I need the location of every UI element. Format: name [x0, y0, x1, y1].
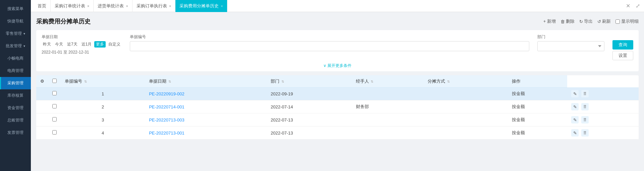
- doc-no-link[interactable]: PE-20220714-001: [149, 104, 184, 109]
- expand-more-row: ∨ 展开更多条件: [42, 62, 633, 69]
- row-doc-date: 2022-07-13: [267, 113, 352, 126]
- tab-purchase-cost-history[interactable]: 采购费用分摊单历史×: [175, 0, 227, 12]
- sidebar-item-micro[interactable]: 小畅电商: [0, 52, 31, 65]
- row-number: 2: [61, 100, 145, 113]
- show-cols-toggle[interactable]: 显示明细: [615, 18, 639, 24]
- sidebar-item-label: 批发管理: [6, 44, 22, 48]
- more-icon[interactable]: ⠿: [581, 90, 589, 97]
- more-icon[interactable]: ⠿: [581, 129, 589, 137]
- refresh-button[interactable]: ↺ 刷新: [597, 18, 611, 24]
- date-yesterday[interactable]: 昨天: [42, 41, 52, 48]
- tab-close-button[interactable]: ×: [87, 4, 89, 8]
- more-icon[interactable]: ⠿: [581, 116, 589, 123]
- tab-maximize-icon[interactable]: ⤢: [634, 2, 641, 10]
- row-checkbox[interactable]: [52, 91, 57, 95]
- content-area: 采购费用分摊单历史 + 新增 🗑 删除 ↻ 导出 ↺ 刷新 显示明细: [31, 12, 644, 171]
- row-gear-cell: [36, 113, 48, 126]
- doc-no-link[interactable]: PE-20220713-001: [149, 131, 184, 136]
- handler-column-header[interactable]: 经手人 ⇅: [352, 75, 424, 88]
- active-indicator: [0, 77, 1, 89]
- doc-no-link[interactable]: PE-20220919-002: [149, 91, 184, 96]
- dept-select[interactable]: 财务部: [537, 41, 604, 51]
- doc-date-sort-icon: ⇅: [168, 80, 171, 83]
- tab-label: 采购费用分摊单历史: [179, 3, 219, 9]
- date-custom[interactable]: 自定义: [107, 41, 122, 48]
- row-handler: [424, 100, 508, 113]
- tab-close-icon[interactable]: ✕: [625, 2, 632, 10]
- doc-no-link[interactable]: PE-20220713-003: [149, 117, 184, 122]
- tab-purchase-order-stats[interactable]: 采购订单统计表×: [51, 0, 94, 12]
- add-button[interactable]: + 新增: [543, 18, 556, 24]
- sidebar-item-ledger[interactable]: 总账管理: [0, 114, 31, 126]
- dept-filter-group: 部门 财务部: [537, 34, 604, 51]
- row-dept: 财务部: [352, 100, 424, 113]
- date-more[interactable]: 更多: [94, 41, 106, 48]
- split-method-column-header[interactable]: 分摊方式 ⇅: [424, 75, 508, 88]
- sidebar-item-invoice[interactable]: 发票管理: [0, 126, 31, 139]
- row-split-method: 按金额: [508, 87, 567, 100]
- toolbar: + 新增 🗑 删除 ↻ 导出 ↺ 刷新 显示明细: [543, 18, 639, 24]
- doc-date-column-header[interactable]: 单据日期 ⇅: [145, 75, 267, 88]
- tab-home[interactable]: 首页: [34, 0, 51, 12]
- edit-icon[interactable]: ✎: [571, 116, 579, 123]
- row-checkbox[interactable]: [52, 117, 57, 121]
- row-doc-no: PE-20220713-001: [145, 126, 267, 140]
- check-all-checkbox[interactable]: [52, 79, 57, 83]
- expand-more-button[interactable]: ∨ 展开更多条件: [323, 63, 352, 69]
- tab-close-button[interactable]: ×: [221, 4, 223, 8]
- settings-button[interactable]: 设置: [612, 51, 633, 60]
- sidebar-item-label: 搜索菜单: [7, 6, 23, 11]
- show-cols-checkbox[interactable]: [615, 19, 620, 24]
- chevron-right-icon: ▾: [22, 44, 25, 48]
- row-checkbox[interactable]: [52, 130, 57, 135]
- sidebar-item-retail[interactable]: 零售管理 ▾: [0, 27, 31, 40]
- date-today[interactable]: 今天: [54, 41, 64, 48]
- sidebar-item-label: 库存核算: [7, 93, 23, 98]
- page-title: 采购费用分摊单历史: [36, 17, 91, 25]
- search-button[interactable]: 查询: [612, 40, 633, 50]
- sidebar-item-purchase[interactable]: 采购管理: [0, 77, 31, 89]
- sidebar-item-label: 小畅电商: [7, 56, 23, 61]
- delete-button[interactable]: 🗑 删除: [560, 18, 575, 24]
- sidebar-item-label: 资金管理: [7, 105, 23, 110]
- check-all-column: [48, 75, 61, 88]
- sidebar-item-label: 零售管理: [6, 31, 22, 36]
- row-checkbox[interactable]: [52, 104, 57, 108]
- row-operations: ✎⠿: [567, 126, 639, 140]
- tab-label: 采购订单执行表: [137, 3, 167, 9]
- edit-icon[interactable]: ✎: [571, 90, 579, 97]
- row-number: 3: [61, 113, 145, 126]
- dept-column-header[interactable]: 部门 ⇅: [267, 75, 352, 88]
- row-doc-date: 2022-07-13: [267, 126, 352, 140]
- row-number: 4: [61, 126, 145, 140]
- sidebar-item-label: 快捷导航: [7, 19, 23, 23]
- sidebar-item-wholesale[interactable]: 批发管理 ▾: [0, 40, 31, 52]
- sidebar-item-finance[interactable]: 资金管理: [0, 102, 31, 114]
- tab-purchase-order-exec[interactable]: 采购订单执行表×: [132, 0, 175, 12]
- row-operations: ✎⠿: [567, 87, 639, 100]
- more-icon[interactable]: ⠿: [581, 103, 589, 110]
- tab-close-button[interactable]: ×: [169, 4, 171, 8]
- date-1month[interactable]: 近1月: [80, 41, 93, 48]
- sidebar-item-quick[interactable]: 快捷导航: [0, 15, 31, 27]
- edit-icon[interactable]: ✎: [571, 103, 579, 110]
- doc-no-column-header[interactable]: 单据编号 ⇅: [61, 75, 145, 88]
- doc-no-sort-icon: ⇅: [84, 80, 87, 83]
- row-gear-cell: [36, 126, 48, 140]
- gear-column-header[interactable]: ⚙: [36, 75, 48, 88]
- tab-inbound-stats[interactable]: 进货单统计表×: [94, 0, 132, 12]
- row-doc-no: PE-20220714-001: [145, 100, 267, 113]
- doc-no-input[interactable]: [130, 41, 529, 51]
- tab-close-button[interactable]: ×: [126, 4, 128, 8]
- dept-sort-icon: ⇅: [281, 80, 284, 83]
- sidebar-item-inventory[interactable]: 库存核算: [0, 89, 31, 102]
- export-icon: ↻: [579, 19, 583, 24]
- row-split-method: 按金额: [508, 113, 567, 126]
- sidebar-item-ecommerce[interactable]: 电商管理: [0, 65, 31, 77]
- tab-actions: ✕ ⤢: [625, 2, 641, 10]
- date-7days[interactable]: 近7天: [66, 41, 79, 48]
- edit-icon[interactable]: ✎: [571, 129, 579, 137]
- sidebar-item-search[interactable]: 搜索菜单: [0, 3, 31, 15]
- export-button[interactable]: ↻ 导出: [579, 18, 593, 24]
- op-icons-group: ✎⠿: [571, 129, 635, 137]
